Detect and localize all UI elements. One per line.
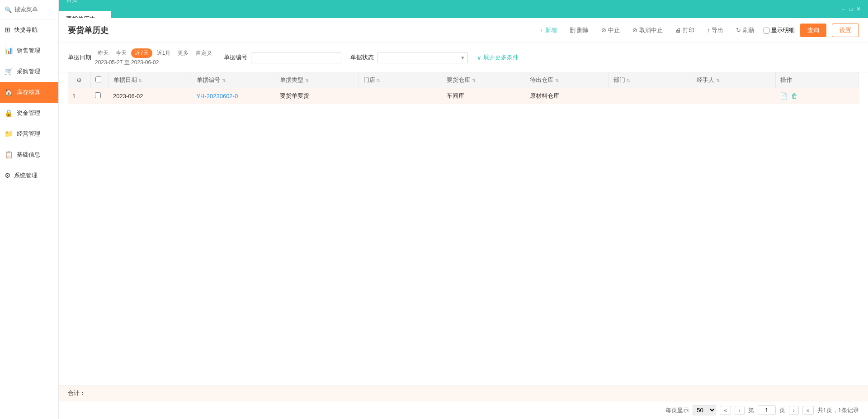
sidebar-item-basic-info[interactable]: 📋基础信息 — [0, 144, 58, 165]
date-filter-label: 单据日期 — [68, 53, 91, 62]
select-all-checkbox[interactable] — [95, 76, 101, 82]
row-select-checkbox[interactable] — [95, 92, 101, 98]
nav-controls: － □ ✕ — [840, 5, 868, 13]
col-store-sort-icon[interactable]: ⇅ — [377, 78, 380, 83]
sidebar-item-label: 经营管理 — [17, 130, 40, 138]
sidebar-item-finance[interactable]: 🔒资金管理 — [0, 103, 58, 124]
query-button[interactable]: 查询 — [800, 24, 826, 37]
date-btn-today[interactable]: 今天 — [113, 48, 129, 58]
date-options: 昨天今天近7天近1月更多自定义 2023-05-27 至 2023-06-02 — [95, 48, 215, 67]
col-req-warehouse-sort-icon[interactable]: ⇅ — [472, 78, 476, 83]
table-row: 1 2023-06-02 YH-20230602-0 要货单要货 车间库 原材料… — [68, 88, 859, 104]
inventory-icon: 🏠 — [5, 88, 13, 96]
refresh-button[interactable]: ↻ 刷新 — [732, 24, 758, 36]
sidebar-item-purchase[interactable]: 🛒采购管理 — [0, 61, 58, 82]
col-doc-no-sort-icon[interactable]: ⇅ — [222, 78, 226, 83]
quick-nav-icon: ⊞ — [5, 26, 10, 34]
doc-status-filter: 单据状态 — [350, 52, 468, 63]
col-doc-type-label: 单据类型 — [280, 76, 303, 83]
footer-total-label: 合计： — [68, 390, 85, 396]
table-area: ⚙ 单据日期 ⇅ 单据编号 ⇅ — [59, 72, 868, 385]
col-doc-no: 单据编号 ⇅ — [192, 72, 275, 88]
sidebar-item-system[interactable]: ⚙系统管理 — [0, 165, 58, 186]
sidebar-item-label: 基础信息 — [17, 151, 40, 159]
sidebar-item-label: 销售管理 — [17, 47, 40, 55]
row-doc-no-link[interactable]: YH-20230602-0 — [196, 93, 238, 100]
col-pending-warehouse-label: 待出仓库 — [530, 76, 553, 83]
date-btn-last_month[interactable]: 近1月 — [154, 48, 174, 58]
sidebar-item-inventory[interactable]: 🏠库存核算 — [0, 82, 58, 103]
col-doc-no-label: 单据编号 — [197, 76, 220, 83]
page-size-select[interactable]: 102050100 — [693, 405, 716, 415]
doc-no-filter: 单据编号 — [224, 52, 341, 63]
col-doc-type-sort-icon[interactable]: ⇅ — [305, 78, 309, 83]
row-view-icon[interactable]: 📄 — [780, 92, 788, 100]
col-date: 单据日期 ⇅ — [108, 72, 192, 88]
row-delete-icon[interactable]: 🗑 — [791, 92, 797, 100]
print-button[interactable]: 🖨 打印 — [672, 24, 698, 36]
chevron-down-icon: ∨ — [477, 54, 481, 61]
display-detail-checkbox[interactable] — [764, 28, 769, 33]
sales-icon: 📊 — [5, 47, 13, 55]
col-ops: 操作 — [775, 72, 859, 88]
display-detail-label: 显示明细 — [771, 26, 795, 34]
date-btn-yesterday[interactable]: 昨天 — [95, 48, 111, 58]
display-detail-toggle[interactable]: 显示明细 — [764, 26, 795, 34]
col-department-sort-icon[interactable]: ⇅ — [627, 78, 630, 83]
sidebar-search[interactable]: 🔍 搜索菜单 — [0, 0, 58, 19]
page-jump-suffix: 页 — [779, 406, 785, 414]
total-info: 共1页，1条记录 — [817, 406, 859, 414]
system-icon: ⚙ — [5, 171, 10, 180]
prev-page-button[interactable]: ‹ — [735, 406, 745, 415]
cancel-stop-button[interactable]: ⊘ 取消中止 — [629, 24, 666, 36]
data-table: ⚙ 单据日期 ⇅ 单据编号 ⇅ — [68, 72, 859, 104]
sidebar-item-quick-nav[interactable]: ⊞快捷导航 — [0, 19, 58, 40]
nav-tab-label: 首页 — [66, 0, 78, 4]
col-department-label: 部门 — [613, 76, 625, 83]
close-window-button[interactable]: ✕ — [856, 6, 861, 12]
date-btn-custom[interactable]: 自定义 — [193, 48, 215, 58]
doc-status-select[interactable] — [377, 52, 468, 63]
minimize-button[interactable]: － — [840, 5, 846, 13]
pagination-bar: 每页显示 102050100 « ‹ 第 页 › » 共1页，1条记录 — [59, 401, 868, 419]
search-icon: 🔍 — [5, 6, 12, 13]
nav-tab-home[interactable]: 首页 — [59, 0, 111, 9]
export-button[interactable]: ↑ 导出 — [703, 24, 727, 36]
stop-button[interactable]: ⊘ 中止 — [598, 24, 623, 36]
last-page-button[interactable]: » — [802, 406, 814, 415]
sidebar-item-label: 系统管理 — [14, 171, 38, 180]
doc-status-label: 单据状态 — [350, 53, 374, 62]
date-filter: 单据日期 昨天今天近7天近1月更多自定义 2023-05-27 至 2023-0… — [68, 48, 215, 67]
col-handler-label: 经手人 — [697, 76, 714, 83]
expand-filter-label: 展开更多条件 — [483, 53, 519, 62]
date-btn-last7days[interactable]: 近7天 — [131, 48, 152, 58]
operations-icon: 📁 — [5, 130, 13, 138]
col-handler-sort-icon[interactable]: ⇅ — [716, 78, 720, 83]
page-size-label: 每页显示 — [665, 406, 689, 414]
doc-no-label: 单据编号 — [224, 53, 247, 62]
page-jump-prefix: 第 — [748, 406, 754, 414]
new-button[interactable]: + 新增 — [537, 24, 561, 36]
delete-button[interactable]: 删 删除 — [566, 24, 593, 36]
maximize-button[interactable]: □ — [849, 6, 853, 12]
table-settings-icon[interactable]: ⚙ — [76, 77, 82, 84]
filter-area: 单据日期 昨天今天近7天近1月更多自定义 2023-05-27 至 2023-0… — [59, 43, 868, 72]
doc-status-select-wrapper — [377, 52, 468, 63]
settings-button[interactable]: 设置 — [832, 24, 859, 37]
col-doc-type: 单据类型 ⇅ — [275, 72, 359, 88]
top-nav: 首页要货单历史✕ － □ ✕ — [59, 0, 868, 18]
row-req-warehouse: 车间库 — [442, 88, 525, 104]
expand-filter-button[interactable]: ∨ 展开更多条件 — [477, 53, 519, 62]
date-btn-more[interactable]: 更多 — [175, 48, 191, 58]
doc-no-input[interactable] — [251, 52, 341, 63]
col-date-sort-icon[interactable]: ⇅ — [138, 78, 142, 83]
col-pending-warehouse-sort-icon[interactable]: ⇅ — [555, 78, 559, 83]
next-page-button[interactable]: › — [789, 406, 799, 415]
row-seq: 1 — [68, 88, 90, 104]
sidebar-item-sales[interactable]: 📊销售管理 — [0, 40, 58, 61]
page-number-input[interactable] — [758, 405, 776, 415]
row-checkbox[interactable] — [90, 88, 108, 104]
row-handler — [692, 88, 775, 104]
sidebar-item-operations[interactable]: 📁经营管理 — [0, 124, 58, 144]
first-page-button[interactable]: « — [720, 406, 731, 415]
